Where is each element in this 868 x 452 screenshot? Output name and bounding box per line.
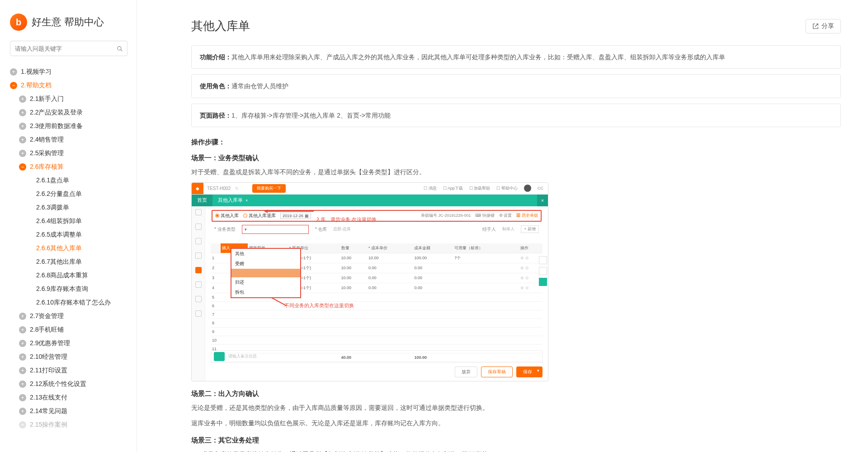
ss-icon <box>195 252 202 259</box>
nav-2-11[interactable]: +2.11打印设置 <box>10 364 127 377</box>
nav-2-6-8[interactable]: 2.6.8商品成本重算 <box>10 269 127 282</box>
ss-filter-row: * 业务类型 ▾ * 仓库 总部-总库 经手人 制单人 + 新增 <box>212 224 542 235</box>
search-icon[interactable] <box>117 45 123 52</box>
ss-warehouse-value: 总部-总库 <box>333 226 351 232</box>
nav-2-15[interactable]: +2.15操作案例 <box>10 418 127 432</box>
ss-th-price: * 成本单价 <box>367 243 413 253</box>
brand-title: 好生意 帮助中心 <box>32 15 104 29</box>
nav-2-13[interactable]: +2.13在线支付 <box>10 391 127 404</box>
ss-opt-selected <box>231 269 300 277</box>
scene2-title: 场景二：出入方向确认 <box>191 390 841 398</box>
close-icon: × <box>245 198 248 203</box>
ss-opt: 其他 <box>231 249 300 259</box>
ss-icon <box>195 224 202 230</box>
nav-2-6-7[interactable]: 2.6.7其他出库单 <box>10 255 127 269</box>
expand-icon: + <box>19 150 26 157</box>
expand-icon: + <box>19 394 26 401</box>
svg-marker-3 <box>264 209 268 213</box>
ss-th-amount: 成本金额 <box>413 243 453 253</box>
search-box <box>10 41 127 56</box>
svg-line-1 <box>121 50 123 52</box>
ss-remark-icon <box>214 352 225 361</box>
expand-icon: + <box>19 408 26 415</box>
expand-icon: + <box>19 109 26 116</box>
ss-hr-history: ☰ 历史单据 <box>516 213 538 219</box>
ss-tool-icon <box>539 267 547 275</box>
expand-icon: + <box>19 136 26 143</box>
nav-2-4[interactable]: +2.4销售管理 <box>10 133 127 147</box>
ss-top-help: ☐ 加载帮助 <box>469 186 491 191</box>
nav-2-3[interactable]: +2.3使用前数据准备 <box>10 119 127 133</box>
nav-2-6-9[interactable]: 2.6.9库存账本查询 <box>10 282 127 296</box>
expand-icon: + <box>19 381 26 388</box>
page-title: 其他入库单 <box>191 18 250 34</box>
nav-2-6-3[interactable]: 2.6.3调拨单 <box>10 201 127 214</box>
nav-2-8[interactable]: +2.8手机旺铺 <box>10 323 127 337</box>
ss-doc-no: 单据编号 JC-20191226-001 <box>421 213 471 219</box>
nav-2-6-10[interactable]: 2.6.10库存账本错了怎么办 <box>10 296 127 309</box>
nav-video[interactable]: +1.视频学习 <box>10 65 127 79</box>
brand-row: b 好生意 帮助中心 <box>10 14 127 31</box>
ss-left-nav <box>192 206 205 381</box>
nav-2-6[interactable]: −2.6库存核算 <box>10 160 127 174</box>
share-button[interactable]: 分享 <box>806 19 841 33</box>
ss-th-avail: 可用量（标准） <box>453 243 519 253</box>
ss-buy-button: 我要购买一下 <box>252 184 286 193</box>
ss-top-center: ☐ 帮助中心 <box>496 186 518 191</box>
expand-icon: + <box>19 326 26 333</box>
nav-2-2[interactable]: +2.2产品安装及登录 <box>10 106 127 119</box>
share-icon <box>812 23 819 29</box>
ss-opt: 受赠 <box>231 259 300 269</box>
scene2-desc2: 退库业务中，明细数量均以负值红色展示。无论是入库还是退库，库存账均记在入库方向。 <box>191 418 841 429</box>
intro-label: 功能介绍： <box>200 53 231 61</box>
nav-2-9[interactable]: +2.9优惠券管理 <box>10 337 127 350</box>
ss-maker-value: 制单人 <box>502 226 514 232</box>
nav-2-6-2[interactable]: 2.6.2分量盘点单 <box>10 187 127 201</box>
expand-icon: + <box>19 367 26 374</box>
nav-2-6-4[interactable]: 2.6.4组装拆卸单 <box>10 214 127 228</box>
nav-tree: +1.视频学习 −2.帮助文档 +2.1新手入门 +2.2产品安装及登录 +2.… <box>10 65 127 432</box>
nav-help-docs[interactable]: −2.帮助文档 <box>10 79 127 92</box>
ss-radio-in: 其他入库 <box>215 213 239 219</box>
svg-point-0 <box>118 47 121 50</box>
ss-cancel-button: 放弃 <box>455 366 477 377</box>
nav-2-5[interactable]: +2.5采购管理 <box>10 147 127 160</box>
path-text: 1、库存核算->库存管理->其他入库单 2、首页->常用功能 <box>231 112 391 119</box>
nav-2-12[interactable]: +2.12系统个性化设置 <box>10 377 127 391</box>
steps-label: 操作步骤： <box>191 138 841 147</box>
intro-box: 功能介绍：其他入库单用来处理除采购入库、产成品入库之外的其他入库业务，因此其他入… <box>191 45 841 69</box>
brand-logo: b <box>10 14 27 31</box>
scene1-desc: 对于受赠、盘盈或是拆装入库等不同的业务，是通过单据头【业务类型】进行区分。 <box>191 167 841 178</box>
scene1-title: 场景一：业务类型确认 <box>191 154 841 162</box>
main-content: 其他入库单 分享 功能介绍：其他入库单用来处理除采购入库、产成品入库之外的其他入… <box>137 0 868 452</box>
ss-biztype-label: * 业务类型 <box>214 226 236 233</box>
ss-maker-label: 经手人 <box>482 226 496 233</box>
ss-remark-box: 请输入备注信息 <box>211 350 542 363</box>
ss-opt: 拆包 <box>231 287 300 297</box>
nav-2-6-6[interactable]: 2.6.6其他入库单 <box>10 242 127 255</box>
expand-icon: + <box>19 95 26 103</box>
role-text: 通常由仓管人员维护 <box>231 82 288 90</box>
nav-2-6-5[interactable]: 2.6.5成本调整单 <box>10 228 127 242</box>
ss-tabs-close: × <box>537 195 548 206</box>
expand-icon: + <box>19 353 26 361</box>
avatar-icon <box>524 185 531 192</box>
nav-2-14[interactable]: +2.14常见问题 <box>10 404 127 418</box>
path-box: 页面路径：1、库存核算->库存管理->其他入库单 2、首页->常用功能 <box>191 104 841 127</box>
nav-2-10[interactable]: +2.10经营管理 <box>10 350 127 364</box>
ss-annotation-1: 入库、退货业务 在这里切换 <box>316 216 377 223</box>
expand-icon: + <box>19 421 26 428</box>
nav-2-6-1[interactable]: 2.6.1盘点单 <box>10 174 127 187</box>
ss-logo-icon: ◆ <box>192 182 203 194</box>
scene3-title: 场景三：其它业务处理 <box>191 436 841 445</box>
ss-hr-shortcut: ⌨ 快捷键 <box>475 213 495 219</box>
sidebar: b 好生意 帮助中心 +1.视频学习 −2.帮助文档 +2.1新手入门 +2.2… <box>0 0 137 452</box>
nav-2-7[interactable]: +2.7资金管理 <box>10 309 127 323</box>
ss-top-app: ☐ App下载 <box>443 186 463 191</box>
nav-2-1[interactable]: +2.1新手入门 <box>10 92 127 106</box>
collapse-icon: − <box>10 82 17 89</box>
ss-tool-icon <box>539 256 547 264</box>
role-label: 使用角色： <box>200 82 231 90</box>
ss-hr-settings: ⚙ 设置 <box>499 213 512 219</box>
search-input[interactable] <box>10 41 127 56</box>
